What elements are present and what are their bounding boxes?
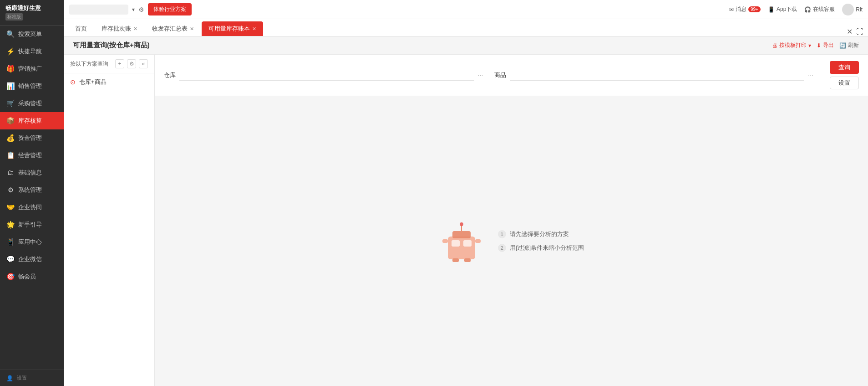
version-tag: 标准版 — [5, 13, 23, 21]
empty-state-tips: 1 请先选择要分析的方案 2 用[过滤]条件来缩小分析范围 — [498, 230, 584, 252]
topbar-search-input[interactable] — [69, 5, 128, 15]
svg-point-5 — [460, 222, 463, 226]
tab-home[interactable]: 首页 — [68, 21, 94, 36]
query-fields: 仓库 ··· 商品 ··· 查询 设置 — [155, 55, 868, 96]
product-input[interactable] — [510, 70, 805, 81]
export-label: 导出 — [823, 41, 834, 49]
query-button[interactable]: 查询 — [830, 61, 859, 74]
app-download-label: App下载 — [777, 5, 797, 13]
refresh-label: 刷新 — [848, 41, 859, 49]
warehouse-label: 仓库 — [164, 71, 176, 79]
empty-state-content: 1 请先选择要分析的方案 2 用[过滤]条件来缩小分析范围 — [439, 218, 584, 264]
empty-state: 1 请先选择要分析的方案 2 用[过滤]条件来缩小分析范围 — [155, 96, 868, 386]
operations-icon: 📋 — [6, 151, 15, 160]
sidebar-item-label: 新手引导 — [18, 221, 42, 229]
export-icon: ⬇ — [817, 42, 821, 49]
sidebar-item-enterprise[interactable]: 🤝 企业协同 — [0, 199, 64, 216]
sidebar-item-inventory[interactable]: 📦 库存核算 — [0, 112, 64, 129]
tab-batch-ledger[interactable]: 库存批次账 ✕ — [95, 21, 144, 36]
enterprise-icon: 🤝 — [6, 203, 15, 211]
sidebar-item-finance[interactable]: 💰 资金管理 — [0, 129, 64, 147]
query-actions: 查询 设置 — [830, 61, 859, 89]
sidebar-item-label: 资金管理 — [18, 134, 42, 142]
tip-num-2: 2 — [498, 244, 506, 252]
tab-stock-summary-close[interactable]: ✕ — [190, 26, 194, 32]
sidebar-item-basic-info[interactable]: 🗂 基础信息 — [0, 164, 64, 181]
sidebar-item-marketing[interactable]: 🎁 营销推广 — [0, 60, 64, 77]
online-service-label: 在线客服 — [813, 5, 835, 13]
close-all-tabs-icon[interactable]: ✕ — [847, 27, 853, 36]
tab-available-qty[interactable]: 可用量库存账本 ✕ — [202, 21, 263, 36]
svg-rect-0 — [448, 237, 475, 259]
sidebar-item-label: 基础信息 — [18, 169, 42, 177]
message-label: 消息 — [736, 5, 746, 13]
product-more-icon[interactable]: ··· — [808, 72, 813, 79]
svg-rect-1 — [452, 240, 460, 247]
product-field: 商品 ··· — [494, 70, 814, 81]
tab-stock-summary[interactable]: 收发存汇总表 ✕ — [145, 21, 201, 36]
sidebar-item-member[interactable]: 🎯 畅会员 — [0, 268, 64, 285]
sidebar-item-label: 营销推广 — [18, 65, 42, 73]
tab-available-qty-close[interactable]: ✕ — [252, 26, 256, 32]
filter-panel-title: 按以下方案查询 — [70, 60, 108, 68]
app-download-icon: 📱 — [768, 6, 775, 13]
sidebar-item-wechat[interactable]: 💬 企业微信 — [0, 251, 64, 268]
app-download-item[interactable]: 📱 App下载 — [768, 5, 797, 13]
main-content: ▾ ⚙ 体验行业方案 ✉ 消息 99+ 📱 App下载 🎧 在线客服 Rit — [64, 0, 868, 386]
print-action[interactable]: 🖨 按模板打印 ▾ — [772, 41, 811, 49]
query-area: 仓库 ··· 商品 ··· 查询 设置 — [155, 55, 868, 386]
settings-button[interactable]: 设置 — [830, 77, 859, 89]
add-filter-btn[interactable]: + — [115, 59, 124, 68]
expand-icon[interactable]: ⛶ — [856, 28, 863, 36]
headset-icon: 🎧 — [804, 6, 811, 13]
print-icon: 🖨 — [772, 42, 777, 49]
sidebar-item-system[interactable]: ⚙ 系统管理 — [0, 181, 64, 199]
industry-btn[interactable]: 体验行业方案 — [148, 3, 192, 15]
sidebar-item-purchase[interactable]: 🛒 采购管理 — [0, 95, 64, 112]
sidebar-item-label: 采购管理 — [18, 99, 42, 108]
sidebar-item-label: 库存核算 — [18, 117, 42, 125]
warehouse-input[interactable] — [179, 70, 474, 81]
sidebar-item-label: 系统管理 — [18, 186, 42, 194]
message-item[interactable]: ✉ 消息 99+ — [729, 5, 761, 13]
sidebar-item-search[interactable]: 🔍 搜索菜单 — [0, 26, 64, 43]
content-area: 按以下方案查询 + ⚙ « ⊙ 仓库+商品 仓库 ··· — [64, 55, 868, 386]
member-icon: 🎯 — [6, 273, 15, 281]
sidebar-item-sales[interactable]: 📊 销售管理 — [0, 77, 64, 95]
svg-rect-7 — [475, 239, 481, 243]
sidebar-item-label: 搜索菜单 — [18, 30, 42, 38]
settings-filter-btn[interactable]: ⚙ — [127, 59, 136, 68]
sidebar-item-guide[interactable]: 🌟 新手引导 — [0, 216, 64, 233]
tip-num-1: 1 — [498, 230, 506, 238]
empty-tip-1: 1 请先选择要分析的方案 — [498, 230, 584, 238]
topbar-dropdown[interactable]: ▾ — [132, 6, 135, 13]
refresh-action[interactable]: 🔄 刷新 — [839, 41, 859, 49]
collapse-filter-btn[interactable]: « — [139, 59, 148, 68]
footer-icon: 👤 — [6, 375, 13, 381]
tab-available-qty-label: 可用量库存账本 — [208, 25, 250, 33]
marketing-icon: 🎁 — [6, 65, 15, 73]
sidebar-item-app-center[interactable]: 📱 应用中心 — [0, 233, 64, 251]
filter-item-warehouse-product[interactable]: ⊙ 仓库+商品 — [64, 73, 154, 91]
user-item[interactable]: Rit — [842, 4, 863, 15]
sidebar-item-operations[interactable]: 📋 经营管理 — [0, 147, 64, 164]
page-title: 可用量查询(按仓库+商品) — [73, 41, 150, 50]
warehouse-more-icon[interactable]: ··· — [478, 72, 483, 79]
user-name: Rit — [856, 6, 863, 13]
quick-nav-icon: ⚡ — [6, 47, 15, 56]
avatar — [842, 4, 854, 15]
sidebar-footer: 👤 设置 — [0, 370, 64, 386]
tabs-bar: 首页 库存批次账 ✕ 收发存汇总表 ✕ 可用量库存账本 ✕ ✕ ⛶ — [64, 19, 868, 36]
tip-text-2: 用[过滤]条件来缩小分析范围 — [510, 244, 584, 252]
export-action[interactable]: ⬇ 导出 — [817, 41, 834, 49]
online-service-item[interactable]: 🎧 在线客服 — [804, 5, 835, 13]
guide-icon: 🌟 — [6, 221, 15, 229]
tab-batch-ledger-close[interactable]: ✕ — [133, 26, 137, 32]
print-dropdown-icon: ▾ — [808, 42, 811, 49]
sidebar-item-quick-nav[interactable]: ⚡ 快捷导航 — [0, 43, 64, 60]
warehouse-field: 仓库 ··· — [164, 70, 483, 81]
system-icon: ⚙ — [6, 186, 15, 194]
product-label: 商品 — [494, 71, 506, 79]
refresh-icon: 🔄 — [839, 42, 846, 49]
topbar-gear-icon[interactable]: ⚙ — [138, 6, 144, 13]
